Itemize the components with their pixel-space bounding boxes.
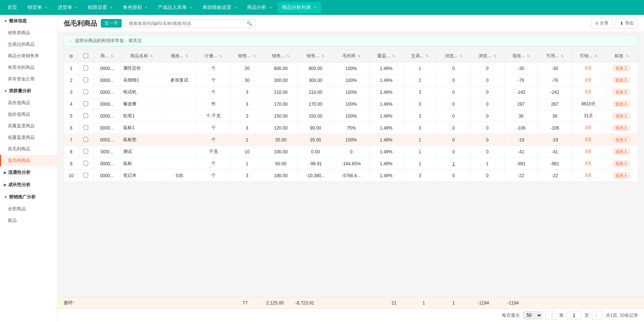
sidebar-section-circulation[interactable]: ▶ 流通性分析 bbox=[0, 166, 57, 179]
sidebar-section-cluster[interactable]: ▼ 类群量分析 bbox=[0, 85, 57, 97]
col-sellable[interactable]: 可销... ⇅ bbox=[572, 50, 606, 63]
sidebar-item-low-margin[interactable]: 低毛利商品 bbox=[0, 155, 57, 166]
row-checkbox[interactable] bbox=[79, 158, 93, 170]
row-no: 3 bbox=[64, 86, 79, 98]
close-icon[interactable]: × bbox=[145, 5, 147, 10]
col-transactions[interactable]: 交易... ⇅ bbox=[403, 50, 437, 63]
per-page-select[interactable]: 50 100 200 bbox=[523, 311, 542, 319]
col-current-stock[interactable]: 现有... ⇅ bbox=[504, 50, 538, 63]
row-checkbox[interactable] bbox=[79, 74, 93, 86]
close-icon[interactable]: × bbox=[45, 5, 47, 10]
col-available[interactable]: 可用... ⇅ bbox=[538, 50, 572, 63]
row-select-checkbox[interactable] bbox=[83, 113, 88, 118]
row-checkbox[interactable] bbox=[79, 98, 93, 110]
col-checkbox[interactable] bbox=[79, 50, 93, 63]
search-input[interactable] bbox=[129, 21, 247, 26]
next-page-button[interactable]: 〉 bbox=[592, 311, 603, 320]
row-select-checkbox[interactable] bbox=[83, 173, 88, 178]
row-checkbox[interactable] bbox=[79, 86, 93, 98]
row-unit: 千克 bbox=[196, 146, 230, 158]
col-views1[interactable]: 浏览... ⇅ bbox=[437, 50, 471, 63]
col-sales-price[interactable]: 销售... ⇅ bbox=[264, 50, 298, 63]
sidebar-item-capital-usage[interactable]: 库存资金占用 bbox=[0, 73, 57, 85]
sidebar-section-overall[interactable]: ▼ 整体信息 bbox=[0, 15, 57, 27]
col-tag[interactable]: 标签 ⇅ bbox=[605, 50, 638, 63]
prev-page-button[interactable]: 〈 bbox=[545, 311, 556, 320]
row-select-checkbox[interactable] bbox=[83, 137, 88, 142]
sidebar-item-traded-goods[interactable]: 交易过的商品 bbox=[0, 39, 57, 50]
sidebar-item-high-margin[interactable]: 高毛利商品 bbox=[0, 143, 57, 155]
filter-recent-month-button[interactable]: 近一月 bbox=[101, 19, 122, 28]
row-checkbox[interactable] bbox=[79, 146, 93, 158]
nav-item-products[interactable]: 产成品入库单 × bbox=[153, 2, 196, 13]
row-views1[interactable]: 0 bbox=[437, 86, 471, 98]
row-select-checkbox[interactable] bbox=[83, 125, 88, 130]
col-views2[interactable]: 浏览... ⇅ bbox=[471, 50, 504, 63]
row-select-checkbox[interactable] bbox=[83, 101, 88, 106]
share-button[interactable]: ⎘ 分享 bbox=[592, 18, 613, 29]
row-views1[interactable]: 0 bbox=[437, 134, 471, 146]
col-spec[interactable]: 规格... ⇅ bbox=[163, 50, 197, 63]
col-sales-qty[interactable]: 销售... ⇅ bbox=[230, 50, 264, 63]
row-select-checkbox[interactable] bbox=[83, 161, 88, 166]
sidebar-item-high-coverage[interactable]: 高覆盖度商品 bbox=[0, 120, 57, 132]
header-actions: ⎘ 分享 ⬆ 导出 bbox=[592, 18, 638, 29]
page-input[interactable] bbox=[567, 312, 581, 319]
row-checkbox[interactable] bbox=[79, 63, 93, 74]
sidebar-item-low-value[interactable]: 低价值商品 bbox=[0, 109, 57, 120]
col-name[interactable]: 商品名称 ⇅ bbox=[121, 50, 163, 63]
col-sales-amount[interactable]: 销售... ⇅ bbox=[298, 50, 333, 63]
nav-item-purchase[interactable]: 进货单 × bbox=[53, 2, 82, 13]
nav-item-roles[interactable]: 角色授权 × bbox=[118, 2, 152, 13]
close-icon[interactable]: × bbox=[269, 5, 272, 10]
row-sales-qty: 1 bbox=[230, 134, 264, 146]
sidebar-section-marketing[interactable]: ▼ 营销推广分析 bbox=[0, 191, 57, 203]
close-icon[interactable]: × bbox=[234, 5, 237, 10]
nav-item-permissions[interactable]: 权限设置 × bbox=[83, 2, 117, 13]
row-sales-amount: 150.00 bbox=[298, 110, 333, 122]
sidebar-item-low-coverage[interactable]: 低覆盖度商品 bbox=[0, 132, 57, 143]
nav-item-sales[interactable]: 销货单 × bbox=[23, 2, 52, 13]
close-icon[interactable]: × bbox=[190, 5, 192, 10]
row-views1[interactable]: 0 bbox=[437, 110, 471, 122]
row-views1[interactable]: 0 bbox=[437, 63, 471, 74]
nav-item-analysis-list[interactable]: 商品分析列表 × bbox=[278, 2, 321, 13]
export-button[interactable]: ⬆ 导出 bbox=[616, 18, 638, 29]
sidebar-item-stock-goods[interactable]: 有库存的商品 bbox=[0, 62, 57, 73]
row-checkbox[interactable] bbox=[79, 110, 93, 122]
sidebar-section-growth[interactable]: ▶ 成长性分析 bbox=[0, 179, 57, 191]
nav-item-templates[interactable]: 单据模板设置 × bbox=[198, 2, 241, 13]
col-code[interactable]: 商... ⇅ bbox=[93, 50, 121, 63]
row-checkbox[interactable] bbox=[79, 134, 93, 146]
col-gross-margin[interactable]: 毛利率 ⇅ bbox=[333, 50, 369, 63]
close-icon[interactable]: × bbox=[314, 5, 316, 10]
col-settings[interactable]: ⚙ bbox=[64, 50, 79, 63]
sidebar-section-overall-label: 整体信息 bbox=[9, 18, 27, 24]
row-checkbox[interactable] bbox=[79, 170, 93, 182]
nav-item-analysis[interactable]: 商品分析 × bbox=[243, 2, 276, 13]
nav-item-home[interactable]: 首页 bbox=[3, 2, 22, 13]
row-sales-amount: 90.00 bbox=[298, 122, 333, 134]
col-unit[interactable]: 计量... ⇅ bbox=[196, 50, 230, 63]
sidebar-item-all-goods[interactable]: 全部商品 bbox=[0, 203, 57, 215]
close-icon[interactable]: × bbox=[75, 5, 77, 10]
row-views1[interactable]: 0 bbox=[437, 170, 471, 182]
row-views1[interactable]: 0 bbox=[437, 98, 471, 110]
row-views1[interactable]: 0 bbox=[437, 122, 471, 134]
sidebar-item-category-rate[interactable]: 商品分类销售率 bbox=[0, 50, 57, 62]
row-select-checkbox[interactable] bbox=[83, 149, 88, 154]
select-all-checkbox[interactable] bbox=[83, 53, 88, 58]
row-select-checkbox[interactable] bbox=[83, 66, 88, 70]
row-select-checkbox[interactable] bbox=[83, 89, 88, 94]
close-icon[interactable]: × bbox=[110, 5, 112, 10]
search-icon[interactable]: 🔍 bbox=[247, 21, 252, 26]
row-views1[interactable]: 1 bbox=[437, 158, 471, 170]
row-select-checkbox[interactable] bbox=[83, 77, 88, 82]
sidebar-item-high-value[interactable]: 高价值商品 bbox=[0, 97, 57, 109]
row-checkbox[interactable] bbox=[79, 122, 93, 134]
sidebar-item-new-goods[interactable]: 新品 bbox=[0, 215, 57, 226]
row-views1[interactable]: 0 bbox=[437, 146, 471, 158]
row-views1[interactable]: 0 bbox=[437, 74, 471, 86]
col-coverage[interactable]: 覆盖... ⇅ bbox=[369, 50, 403, 63]
sidebar-item-sales-goods[interactable]: 销售类商品 bbox=[0, 27, 57, 39]
